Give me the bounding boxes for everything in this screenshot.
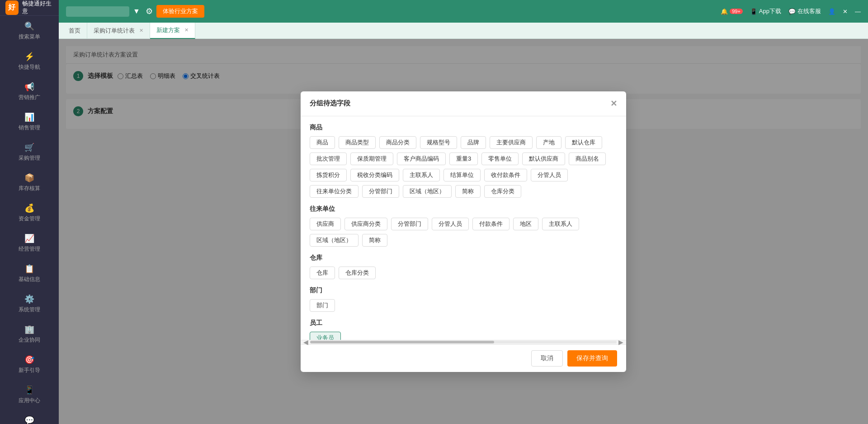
field-tag-区域（地区）[interactable]: 区域（地区） [310, 234, 359, 247]
sidebar-item-label: 系统管理 [19, 306, 40, 314]
sidebar-item-label: 营销推广 [19, 94, 40, 101]
section-staff: 员工业务员 [310, 319, 617, 340]
field-tag-商品分类[interactable]: 商品分类 [379, 136, 416, 149]
field-tag-默认供应商[interactable]: 默认供应商 [522, 152, 565, 165]
sidebar-item-label: 企业协同 [19, 336, 40, 344]
section-title-warehouse: 仓库 [310, 254, 617, 262]
cancel-button[interactable]: 取消 [531, 350, 563, 367]
modal-close-icon[interactable]: ✕ [610, 99, 617, 109]
field-tag-主要供应商[interactable]: 主要供应商 [490, 136, 533, 149]
hscroll-track [310, 341, 617, 343]
field-tag-业务员[interactable]: 业务员 [310, 332, 341, 340]
sidebar-item-label: 采购管理 [19, 154, 40, 162]
field-tag-仓库分类[interactable]: 仓库分类 [339, 267, 376, 279]
field-tag-主联系人[interactable]: 主联系人 [542, 218, 579, 230]
purchase-icon: 🛒 [24, 143, 34, 152]
settings-gear-icon[interactable]: ⚙ [146, 6, 153, 16]
field-grid-product: 商品商品类型商品分类规格型号品牌主要供应商产地默认仓库批次管理保质期管理客户商品… [310, 136, 617, 198]
dropdown-icon[interactable]: ▼ [133, 7, 140, 15]
confirm-button[interactable]: 保存并查询 [567, 350, 617, 367]
hscroll-left-arrow[interactable]: ◀ [302, 338, 310, 346]
field-tag-产地[interactable]: 产地 [536, 136, 561, 149]
sidebar-item-basic[interactable]: 📋基础信息 [0, 258, 59, 289]
sidebar-item-label: 快捷导航 [19, 63, 40, 71]
sidebar-item-marketing[interactable]: 📢营销推广 [0, 76, 59, 107]
topbar: ▼ ⚙ 体验行业方案 🔔 99+ 📱 App下载 💬 在线客服 👤 ✕ — [59, 0, 868, 23]
field-tag-商品类型[interactable]: 商品类型 [339, 136, 376, 149]
system-icon: ⚙️ [24, 294, 34, 304]
tab-首页[interactable]: 首页 [62, 23, 87, 39]
sidebar-item-sales[interactable]: 📊销售管理 [0, 107, 59, 137]
field-tag-品牌[interactable]: 品牌 [461, 136, 486, 149]
tab-采购订单统计表[interactable]: 采购订单统计表✕ [87, 23, 150, 39]
sidebar-item-search[interactable]: 🔍搜索菜单 [0, 16, 59, 46]
field-tag-部门[interactable]: 部门 [310, 299, 335, 312]
field-tag-拣货积分[interactable]: 拣货积分 [310, 169, 347, 181]
guide-icon: 🎯 [24, 355, 34, 365]
online-service-item[interactable]: 💬 在线客服 [788, 7, 821, 15]
field-tag-分管部门[interactable]: 分管部门 [391, 218, 428, 230]
field-tag-简称[interactable]: 简称 [362, 234, 387, 247]
field-tag-分管部门[interactable]: 分管部门 [362, 185, 399, 198]
field-tag-地区[interactable]: 地区 [513, 218, 538, 230]
sidebar-item-purchase[interactable]: 🛒采购管理 [0, 137, 59, 167]
field-tag-分管人员[interactable]: 分管人员 [432, 218, 469, 230]
app-download-item[interactable]: 📱 App下载 [750, 7, 781, 15]
field-tag-客户商品编码[interactable]: 客户商品编码 [397, 152, 446, 165]
search-input[interactable] [66, 6, 129, 17]
experience-btn[interactable]: 体验行业方案 [156, 5, 204, 18]
modal: 分组待选字段 ✕ 商品商品商品类型商品分类规格型号品牌主要供应商产地默认仓库批次… [301, 91, 626, 372]
sidebar-item-system[interactable]: ⚙️系统管理 [0, 289, 59, 319]
operation-icon: 📈 [24, 233, 34, 243]
field-tag-规格型号[interactable]: 规格型号 [420, 136, 457, 149]
field-tag-商品别名[interactable]: 商品别名 [569, 152, 606, 165]
sidebar: 好 畅捷通好生意 🔍搜索菜单⚡快捷导航📢营销推广📊销售管理🛒采购管理📦库存核算💰… [0, 0, 59, 424]
field-tag-保质期管理[interactable]: 保质期管理 [350, 152, 393, 165]
field-grid-department: 部门 [310, 299, 617, 312]
field-tag-简称[interactable]: 简称 [455, 185, 481, 198]
minimize-btn[interactable]: — [855, 8, 861, 15]
field-tag-区域（地区）[interactable]: 区域（地区） [403, 185, 452, 198]
topbar-right: 🔔 99+ 📱 App下载 💬 在线客服 👤 ✕ — [721, 7, 861, 15]
field-tag-默认仓库[interactable]: 默认仓库 [565, 136, 602, 149]
sidebar-item-label: 应用中心 [19, 397, 40, 405]
field-tag-零售单位[interactable]: 零售单位 [481, 152, 519, 165]
apps-icon: 📱 [24, 385, 34, 395]
sidebar-item-enterprise[interactable]: 🏢企业协同 [0, 319, 59, 349]
field-tag-仓库分类[interactable]: 仓库分类 [484, 185, 521, 198]
field-tag-商品[interactable]: 商品 [310, 136, 335, 149]
field-tag-结算单位[interactable]: 结算单位 [443, 169, 481, 181]
user-avatar[interactable]: 👤 [828, 8, 835, 15]
wechat-icon: 💬 [24, 415, 34, 424]
sidebar-item-inventory[interactable]: 📦库存核算 [0, 167, 59, 198]
hscroll-right-arrow[interactable]: ▶ [617, 338, 625, 346]
marketing-icon: 📢 [24, 82, 34, 92]
field-tag-主联系人[interactable]: 主联系人 [403, 169, 440, 181]
sidebar-item-wechat[interactable]: 💬企业微信 [0, 410, 59, 424]
sidebar-item-operation[interactable]: 📈经营管理 [0, 228, 59, 258]
field-tag-往来单位分类[interactable]: 往来单位分类 [310, 185, 359, 198]
field-tag-重量3[interactable]: 重量3 [449, 152, 478, 165]
section-product: 商品商品商品类型商品分类规格型号品牌主要供应商产地默认仓库批次管理保质期管理客户… [310, 124, 617, 198]
field-tag-供应商[interactable]: 供应商 [310, 218, 341, 230]
tab-新建方案[interactable]: 新建方案✕ [150, 23, 195, 39]
sales-icon: 📊 [24, 112, 34, 122]
field-tag-税收分类编码[interactable]: 税收分类编码 [350, 169, 399, 181]
field-tag-收付款条件[interactable]: 收付款条件 [484, 169, 527, 181]
field-tag-批次管理[interactable]: 批次管理 [310, 152, 347, 165]
notification-item[interactable]: 🔔 99+ [721, 8, 743, 15]
field-tag-付款条件[interactable]: 付款条件 [472, 218, 509, 230]
field-tag-分管人员[interactable]: 分管人员 [531, 169, 568, 181]
section-customer: 往来单位供应商供应商分类分管部门分管人员付款条件地区主联系人区域（地区）简称 [310, 205, 617, 247]
close-btn[interactable]: ✕ [843, 8, 848, 15]
hscroll-thumb [310, 341, 494, 343]
tab-close-icon[interactable]: ✕ [184, 27, 189, 33]
sidebar-item-guide[interactable]: 🎯新手引导 [0, 349, 59, 380]
tab-close-icon[interactable]: ✕ [139, 28, 143, 33]
sidebar-item-quick[interactable]: ⚡快捷导航 [0, 46, 59, 76]
sidebar-item-apps[interactable]: 📱应用中心 [0, 380, 59, 410]
sidebar-item-finance[interactable]: 💰资金管理 [0, 198, 59, 228]
avatar-icon: 👤 [828, 8, 835, 15]
field-tag-仓库[interactable]: 仓库 [310, 267, 335, 279]
field-tag-供应商分类[interactable]: 供应商分类 [344, 218, 387, 230]
